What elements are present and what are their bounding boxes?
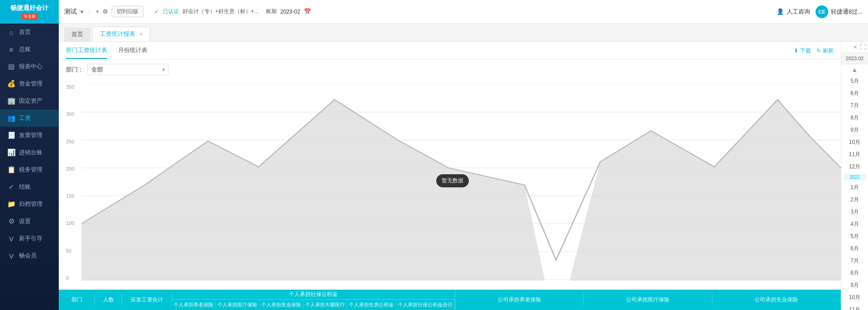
month-2022-10[interactable]: 10月 (841, 291, 868, 304)
month-2022-11[interactable]: 11月 (841, 304, 868, 310)
panel-date-header: 2023.02 (841, 53, 868, 64)
add-btn[interactable]: + (95, 8, 99, 15)
switch-old-btn[interactable]: 切到旧版 (112, 6, 143, 17)
col-headcount: 人数 (95, 294, 122, 305)
subtab-dept-label: 部门工资统计表 (66, 47, 107, 53)
dept-filter-label: 部门： (66, 66, 84, 74)
month-2022-2[interactable]: 2月 (841, 194, 868, 206)
sidebar-icon-fixed-assets: 🏢 (7, 97, 15, 105)
subtab-monthly-salary[interactable]: 月份统计表 (118, 46, 147, 59)
tab-salary-close[interactable]: × (140, 31, 142, 37)
month-2021-10[interactable]: 10月 (841, 136, 868, 148)
sidebar-label-general-ledger: 总账 (19, 45, 31, 53)
month-2022-4[interactable]: 4月 (841, 218, 868, 230)
y-label-150: 150 (66, 193, 82, 199)
company-dropdown[interactable]: ▾ (80, 9, 83, 15)
month-2021-8[interactable]: 8月 (841, 112, 868, 124)
date-nav-up[interactable]: ▲ (841, 64, 868, 75)
sidebar-label-home: 首页 (19, 28, 31, 36)
sidebar-item-sales-ledger[interactable]: 📊进销台账 (0, 144, 59, 161)
svg-marker-8 (81, 100, 841, 281)
sidebar-icon-membership: V (7, 252, 15, 260)
dept-select[interactable]: 全部 财务部 行政部 技术部 销售部 (87, 64, 169, 75)
y-label-50: 50 (66, 248, 82, 253)
download-btn[interactable]: ⬇ 下载 (794, 47, 811, 55)
sidebar-icon-archive-mgmt: 📁 (7, 200, 15, 208)
month-2021-12[interactable]: 12月 (841, 161, 868, 173)
app-edition: 专业版 (22, 13, 38, 20)
refresh-btn[interactable]: ↻ 刷新 (816, 47, 834, 55)
sidebar-item-salary[interactable]: 👥工资 (0, 110, 59, 127)
sidebar-label-settings: 设置 (19, 217, 31, 225)
sidebar-icon-general-ledger: ≡ (7, 46, 15, 53)
sidebar-item-settings[interactable]: ⚙设置 (0, 213, 59, 230)
topbar-right: 👤 人工咨询 CE 轻捷通8过... (777, 5, 863, 18)
col-group-personal-social: 个人承担社保公积金 个人承担养老保险 个人承担医疗保险 个人承担失业保险 个人承… (172, 290, 455, 310)
col-personal-pension: 个人承担养老保险 (172, 300, 216, 310)
download-icon: ⬇ (794, 48, 798, 54)
subtab-dept-salary[interactable]: 部门工资统计表 (66, 46, 107, 59)
sidebar-item-fund-mgmt[interactable]: 💰资金管理 (0, 75, 59, 92)
sidebar-item-membership[interactable]: V畅会员 (0, 247, 59, 264)
sidebar-item-fixed-assets[interactable]: 🏢固定资产 (0, 92, 59, 110)
col-dept: 部门 (59, 294, 95, 305)
sidebar-icon-settings: ⚙ (7, 217, 15, 225)
table-header: 部门 人数 应发工资合计 个人承担社保公积金 个人承担养老保险 个人承担医疗保险… (59, 290, 841, 310)
sidebar-item-general-ledger[interactable]: ≡总账 (0, 41, 59, 58)
month-2022-7[interactable]: 7月 (841, 255, 868, 267)
month-2022-3[interactable]: 3月 (841, 206, 868, 218)
sidebar-label-salary: 工资 (19, 114, 31, 122)
panel-close-btn[interactable]: × (854, 43, 857, 51)
sidebar-icon-sales-ledger: 📊 (7, 148, 15, 157)
col-personal-total: 个人承担社保公积金合计 (396, 300, 455, 310)
y-axis: 350 300 250 200 150 100 50 0 (66, 84, 82, 281)
y-label-100: 100 (66, 220, 82, 226)
tab-salary-label: 工资统计报表 (100, 30, 135, 37)
panel-expand-btn[interactable]: ⛶ (860, 43, 866, 51)
month-2021-5[interactable]: 5月 (841, 75, 868, 87)
app-logo: 畅捷通好会计 专业版 (0, 0, 59, 24)
avatar-initials: CE (818, 9, 825, 14)
month-2021-7[interactable]: 7月 (841, 100, 868, 112)
sidebar-item-report-center[interactable]: ▤报表中心 (0, 58, 59, 75)
year-tag-2022[interactable]: 2022 (843, 174, 866, 181)
help-label: 人工咨询 (787, 8, 810, 16)
month-2022-8[interactable]: 8月 (841, 267, 868, 279)
sidebar-item-archive-mgmt[interactable]: 📁归档管理 (0, 196, 59, 213)
sidebar-item-new-guide[interactable]: V新手引导 (0, 230, 59, 247)
topbar-sep1: | (89, 8, 90, 15)
col-personal-major-medical: 个人承担大额医疗 (303, 300, 347, 310)
sidebar-icon-report-center: ▤ (7, 62, 15, 71)
sidebar-label-fund-mgmt: 资金管理 (19, 80, 42, 88)
sidebar-label-membership: 畅会员 (19, 252, 37, 260)
sidebar-item-settlement[interactable]: ✓结账 (0, 178, 59, 196)
month-2021-11[interactable]: 11月 (841, 148, 868, 161)
month-2022-5[interactable]: 5月 (841, 230, 868, 243)
sidebar-label-invoice-mgmt: 发票管理 (19, 131, 42, 139)
tab-home[interactable]: 首页 (64, 28, 90, 41)
month-2022-9[interactable]: 9月 (841, 279, 868, 291)
date-scroll[interactable]: ▲ 5月 6月 7月 8月 9月 10月 11月 12月 2022 1月 2月 … (841, 64, 868, 310)
help-btn[interactable]: 👤 人工咨询 (777, 8, 810, 16)
sidebar-item-tax-mgmt[interactable]: 📋税务管理 (0, 161, 59, 178)
main-area: 测试 ▾ | + ⚙ 切到旧版 ✓ 已认证 好会计（专）+好生意（标）+... … (59, 0, 868, 310)
sidebar-item-invoice-mgmt[interactable]: 🧾发票管理 (0, 127, 59, 144)
company-name: 测试 (64, 8, 77, 16)
sidebar-icon-settlement: ✓ (7, 183, 15, 191)
y-label-0: 0 (66, 275, 82, 281)
tab-salary-report[interactable]: 工资统计报表 × (92, 27, 150, 41)
sidebar: 畅捷通好会计 专业版 ⌂首页≡总账▤报表中心💰资金管理🏢固定资产👥工资🧾发票管理… (0, 0, 59, 310)
settings-btn[interactable]: ⚙ (103, 8, 108, 15)
sidebar-label-fixed-assets: 固定资产 (19, 97, 42, 105)
month-2021-6[interactable]: 6月 (841, 87, 868, 100)
month-2021-9[interactable]: 9月 (841, 124, 868, 136)
calendar-icon[interactable]: 📅 (304, 8, 311, 15)
month-2022-6[interactable]: 6月 (841, 243, 868, 255)
sidebar-item-home[interactable]: ⌂首页 (0, 24, 59, 41)
subtabs-actions: ⬇ 下载 ↻ 刷新 (794, 47, 834, 58)
right-panel: × ⛶ 2023.02 ▲ 5月 6月 7月 8月 9月 10月 11月 12月… (841, 42, 868, 310)
month-2022-1[interactable]: 1月 (841, 181, 868, 194)
sidebar-label-sales-ledger: 进销台账 (19, 148, 42, 157)
user-menu[interactable]: CE 轻捷通8过... (816, 5, 863, 18)
content: 部门工资统计表 月份统计表 ⬇ 下载 ↻ 刷新 (59, 42, 868, 310)
